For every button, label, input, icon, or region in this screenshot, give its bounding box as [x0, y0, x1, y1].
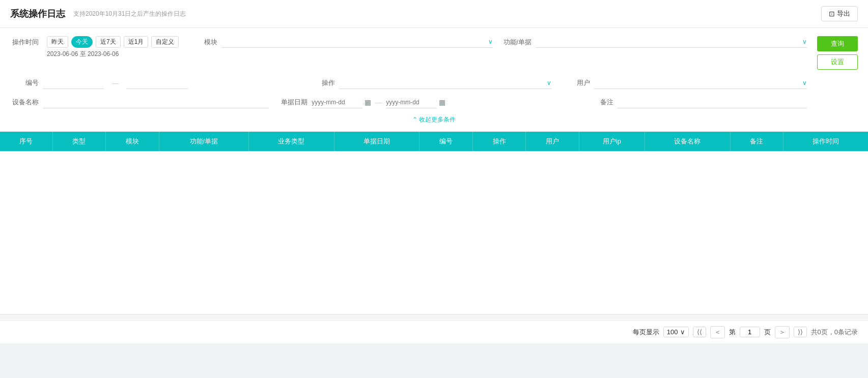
number-input-from[interactable] — [43, 77, 104, 89]
module-filter: 模块 ∨ — [189, 36, 493, 48]
col-biz-type: 业务类型 — [249, 132, 334, 151]
time-btn-yesterday[interactable]: 昨天 — [47, 36, 68, 48]
page-subtitle: 支持2020年10月31日之后产生的操作日志 — [73, 10, 186, 18]
empty-area — [0, 151, 868, 314]
module-chevron-icon: ∨ — [488, 38, 493, 45]
user-filter: 用户 ∨ — [562, 77, 807, 89]
number-filter: 编号 — — [10, 77, 296, 89]
number-separator: — — [108, 79, 123, 87]
operation-label: 操作 — [306, 78, 335, 88]
horizontal-scrollbar[interactable] — [0, 314, 868, 321]
col-number: 编号 — [419, 132, 472, 151]
date-separator: — — [373, 99, 384, 106]
date-range: ▦ — ▦ — [312, 97, 575, 108]
time-range-row: 2023-06-06 至 2023-06-06 — [10, 50, 179, 59]
col-user: 用户 — [526, 132, 579, 151]
filter-row-1: 操作时间 昨天 今天 近7天 近1月 自定义 2023-06-06 至 2023… — [10, 36, 858, 70]
function-select[interactable]: ∨ — [536, 36, 807, 48]
action-buttons: 查询 设置 — [817, 36, 858, 70]
col-module: 模块 — [106, 132, 159, 151]
time-filter-group: 操作时间 昨天 今天 近7天 近1月 自定义 2023-06-06 至 2023… — [10, 36, 179, 59]
table-body — [0, 151, 868, 314]
collapse-up-icon: ⌃ — [412, 116, 417, 123]
col-function: 功能/单据 — [159, 132, 248, 151]
page-title: 系统操作日志 — [10, 8, 65, 20]
col-type: 类型 — [52, 132, 105, 151]
time-label: 操作时间 — [10, 38, 39, 47]
date-to-input[interactable] — [386, 97, 437, 108]
col-remark: 备注 — [730, 132, 783, 151]
function-label: 功能/单据 — [503, 38, 531, 47]
export-label: 导出 — [837, 9, 850, 18]
filter-row-3: 设备名称 单据日期 ▦ — ▦ 备注 — [10, 96, 858, 108]
user-label: 用户 — [562, 78, 590, 88]
filter-panel: 操作时间 昨天 今天 近7天 近1月 自定义 2023-06-06 至 2023… — [0, 28, 868, 132]
remark-input[interactable] — [618, 96, 807, 108]
remark-filter: 备注 — [585, 96, 807, 108]
device-filter: 设备名称 — [10, 96, 269, 108]
device-label: 设备名称 — [10, 98, 39, 107]
col-seq: 序号 — [0, 132, 52, 151]
user-select[interactable]: ∨ — [594, 77, 807, 89]
last-page-button[interactable]: ⟩⟩ — [794, 327, 807, 337]
col-op-time: 操作时间 — [783, 132, 868, 151]
table-header-row: 序号 类型 模块 功能/单据 业务类型 单据日期 编号 操作 用户 用户ip 设… — [0, 132, 868, 151]
operation-select[interactable]: ∨ — [339, 77, 552, 89]
module-label: 模块 — [189, 38, 217, 47]
user-chevron-icon: ∨ — [802, 79, 807, 86]
time-filter-row: 操作时间 昨天 今天 近7天 近1月 自定义 — [10, 36, 179, 48]
export-button[interactable]: ⊡ 导出 — [821, 6, 858, 21]
page-number-input[interactable] — [740, 327, 760, 337]
module-select[interactable]: ∨ — [221, 36, 493, 48]
time-btn-1month[interactable]: 近1月 — [124, 36, 149, 48]
col-user-ip: 用户ip — [579, 132, 645, 151]
number-input-to[interactable] — [127, 77, 188, 89]
per-page-chevron-icon: ∨ — [680, 328, 685, 336]
page-unit: 页 — [764, 328, 771, 337]
time-btn-today[interactable]: 今天 — [71, 36, 93, 48]
page-header: 系统操作日志 支持2020年10月31日之后产生的操作日志 ⊡ 导出 — [0, 0, 868, 28]
time-range: 2023-06-06 至 2023-06-06 — [47, 50, 119, 59]
filter-row-2: 编号 — 操作 ∨ 用户 ∨ — [10, 77, 858, 89]
query-button[interactable]: 查询 — [817, 36, 858, 51]
operation-filter: 操作 ∨ — [306, 77, 552, 89]
data-table: 序号 类型 模块 功能/单据 业务类型 单据日期 编号 操作 用户 用户ip 设… — [0, 132, 868, 314]
collapse-label: 收起更多条件 — [419, 116, 456, 123]
per-page-value: 100 — [667, 328, 678, 336]
col-device: 设备名称 — [645, 132, 730, 151]
per-page-select[interactable]: 100 ∨ — [663, 327, 689, 337]
voucher-date-filter: 单据日期 ▦ — ▦ — [279, 97, 575, 108]
first-page-button[interactable]: ⟨⟨ — [693, 327, 706, 337]
collapse-bar[interactable]: ⌃ 收起更多条件 — [10, 112, 858, 126]
operation-chevron-icon: ∨ — [547, 79, 551, 86]
empty-row — [0, 151, 868, 314]
col-voucher-date: 单据日期 — [334, 132, 419, 151]
function-chevron-icon: ∨ — [802, 38, 807, 45]
total-info: 共0页，0条记录 — [811, 328, 858, 337]
pagination-bar: 每页显示 100 ∨ ⟨⟨ ＜ 第 页 ＞ ⟩⟩ 共0页，0条记录 — [0, 321, 868, 343]
remark-label: 备注 — [585, 98, 613, 107]
page-label: 第 — [729, 328, 736, 337]
export-icon: ⊡ — [829, 10, 835, 18]
prev-page-button[interactable]: ＜ — [710, 326, 725, 338]
number-label: 编号 — [10, 78, 39, 88]
setting-button[interactable]: 设置 — [817, 54, 858, 70]
next-page-button[interactable]: ＞ — [775, 326, 790, 338]
table-container: 序号 类型 模块 功能/单据 业务类型 单据日期 编号 操作 用户 用户ip 设… — [0, 132, 868, 314]
calendar-to-icon[interactable]: ▦ — [439, 98, 445, 106]
col-operation: 操作 — [472, 132, 525, 151]
calendar-from-icon[interactable]: ▦ — [365, 98, 371, 106]
date-from-input[interactable] — [312, 97, 362, 108]
per-page-label: 每页显示 — [633, 328, 659, 337]
device-input[interactable] — [43, 96, 269, 108]
time-buttons: 昨天 今天 近7天 近1月 自定义 — [47, 36, 179, 48]
voucher-date-label: 单据日期 — [279, 98, 307, 107]
table-header: 序号 类型 模块 功能/单据 业务类型 单据日期 编号 操作 用户 用户ip 设… — [0, 132, 868, 151]
time-btn-custom[interactable]: 自定义 — [151, 36, 179, 48]
time-btn-7days[interactable]: 近7天 — [96, 36, 121, 48]
function-filter: 功能/单据 ∨ — [503, 36, 807, 48]
